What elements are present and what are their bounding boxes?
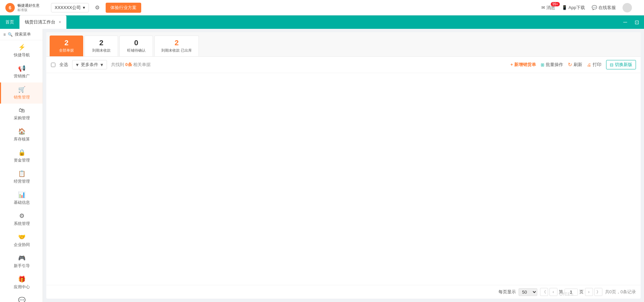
- sidebar-item-weixin[interactable]: 💬 企业微信: [0, 293, 43, 302]
- pagination: 每页显示 50 20 100 《 ‹ 第 页 › 》 共0页，0条记录: [46, 285, 641, 299]
- stat-tab-overdue[interactable]: 2 到期未收款: [85, 36, 118, 56]
- logo-text: 畅捷通好生意 标准版: [17, 3, 40, 12]
- next-page-button[interactable]: ›: [585, 288, 593, 296]
- refresh-button[interactable]: ↻ 刷新: [568, 62, 582, 68]
- switch-version-button[interactable]: ⊟ 切换新版: [606, 60, 636, 69]
- select-all-checkbox[interactable]: [51, 63, 55, 67]
- header-right: ✉ 消息 99+ 📱 App下载 💬 在线客服: [541, 3, 639, 12]
- toolbar: 全选 ▼ 更多条件 ▼ 共找到 0条 相关单据 + 新增销货单 ⊞: [46, 57, 641, 73]
- online-service-button[interactable]: 💬 在线客服: [592, 5, 616, 11]
- last-page-button[interactable]: 》: [594, 288, 602, 296]
- settings-button[interactable]: ⚙: [92, 3, 102, 13]
- sidebar: ≡ 🔍 搜索菜单 ⚡ 快捷导航 📢 营销推广 🛒 销售管理 🛍 采购管理 🏠 库…: [0, 29, 43, 302]
- guide-icon: 🎮: [18, 254, 25, 262]
- batch-ops-button[interactable]: ⊞ 批量操作: [541, 62, 563, 68]
- content-inner: 2 全部单据 2 到期未收款 0 旺铺待确认 2 到期未收款 已出库: [46, 32, 641, 299]
- sidebar-item-system[interactable]: ⚙ 系统管理: [0, 209, 43, 230]
- inventory-icon: 🏠: [18, 128, 25, 135]
- stat-tab-overdue-out[interactable]: 2 到期未收款 已出库: [154, 36, 199, 56]
- sidebar-item-operations[interactable]: 📋 经营管理: [0, 167, 43, 188]
- avatar[interactable]: [623, 3, 632, 12]
- table-area: [46, 73, 641, 285]
- app-download-button[interactable]: 📱 App下载: [562, 5, 585, 11]
- top-header: 6 畅捷通好生意 标准版 XXXXXX公司 ▾ ⚙ 体验行业方案 ✉ 消息 99…: [0, 0, 644, 15]
- logo-area: 6 畅捷通好生意 标准版: [5, 3, 48, 12]
- tab-bar: 首页 钱货日清工作台 × ─ ⊡: [0, 15, 644, 29]
- cooperation-icon: 🤝: [18, 233, 25, 241]
- add-sale-button[interactable]: + 新增销货单: [511, 62, 536, 68]
- watermark-text: OfTEn: [559, 292, 574, 297]
- more-filters-button[interactable]: ▼ 更多条件 ▼: [72, 60, 107, 69]
- stats-tabs: 2 全部单据 2 到期未收款 0 旺铺待确认 2 到期未收款 已出库: [46, 32, 641, 57]
- system-icon: ⚙: [19, 212, 24, 220]
- page-size-select[interactable]: 50 20 100: [519, 288, 537, 296]
- app-center-icon: 🎁: [18, 276, 25, 283]
- sidebar-item-finance[interactable]: 🔒 资金管理: [0, 145, 43, 167]
- toolbar-right: + 新增销货单 ⊞ 批量操作 ↻ 刷新 🖨 打印 ⊟: [511, 60, 636, 69]
- search-menu-button[interactable]: ≡ 🔍 搜索菜单: [0, 29, 43, 40]
- finance-icon: 🔒: [18, 149, 25, 156]
- content-area: 2 全部单据 2 到期未收款 0 旺铺待确认 2 到期未收款 已出库: [43, 29, 644, 302]
- tab-active[interactable]: 钱货日清工作台 ×: [19, 15, 66, 29]
- sidebar-item-guide[interactable]: 🎮 新手引导: [0, 251, 43, 272]
- tab-minimize-button[interactable]: ─: [621, 18, 629, 26]
- sidebar-item-marketing[interactable]: 📢 营销推广: [0, 61, 43, 82]
- company-selector[interactable]: XXXXXX公司 ▾: [51, 3, 89, 12]
- weixin-icon: 💬: [18, 297, 25, 302]
- sidebar-item-purchase[interactable]: 🛍 采购管理: [0, 104, 43, 124]
- sidebar-item-cooperation[interactable]: 🤝 企业协同: [0, 230, 43, 251]
- tab-bar-actions: ─ ⊡: [621, 18, 644, 26]
- sales-icon: 🛒: [18, 86, 25, 93]
- sidebar-item-app-center[interactable]: 🎁 应用中心: [0, 272, 43, 293]
- marketing-icon: 📢: [18, 65, 25, 72]
- purchase-icon: 🛍: [19, 107, 25, 114]
- print-button[interactable]: 🖨 打印: [587, 62, 601, 68]
- industry-button[interactable]: 体验行业方案: [106, 3, 141, 13]
- sidebar-item-basic-info[interactable]: 📊 基础信息: [0, 188, 43, 209]
- page-total: 共0页，0条记录: [605, 289, 636, 295]
- main-layout: ≡ 🔍 搜索菜单 ⚡ 快捷导航 📢 营销推广 🛒 销售管理 🛍 采购管理 🏠 库…: [0, 29, 644, 302]
- message-button[interactable]: ✉ 消息 99+: [541, 5, 555, 11]
- tab-maximize-button[interactable]: ⊡: [633, 18, 641, 26]
- tab-home[interactable]: 首页: [0, 15, 19, 29]
- sidebar-item-quick-nav[interactable]: ⚡ 快捷导航: [0, 40, 43, 61]
- stat-tab-pending[interactable]: 0 旺铺待确认: [119, 36, 153, 56]
- message-badge: 99+: [551, 2, 560, 6]
- operations-icon: 📋: [18, 170, 25, 177]
- first-page-button[interactable]: 《: [540, 288, 548, 296]
- logo-icon: 6: [5, 3, 15, 12]
- basic-info-icon: 📊: [18, 191, 25, 198]
- tab-close-button[interactable]: ×: [59, 20, 61, 24]
- stat-tab-all[interactable]: 2 全部单据: [50, 36, 83, 56]
- prev-page-button[interactable]: ‹: [549, 288, 557, 296]
- sidebar-item-sales[interactable]: 🛒 销售管理: [0, 82, 43, 104]
- found-text: 共找到 0条 相关单据: [111, 62, 151, 68]
- quick-nav-icon: ⚡: [18, 44, 25, 51]
- sidebar-item-inventory[interactable]: 🏠 库存核算: [0, 124, 43, 145]
